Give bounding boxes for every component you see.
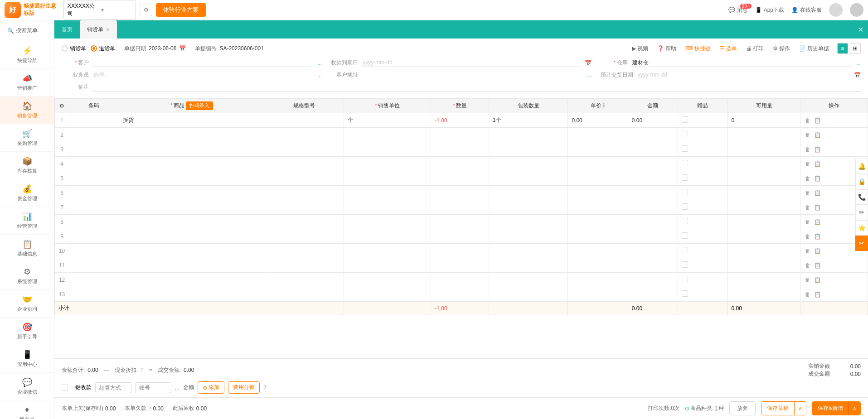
- cell-quantity[interactable]: [431, 171, 489, 186]
- cell-pack-qty[interactable]: [489, 171, 568, 186]
- cell-quantity[interactable]: [431, 142, 489, 157]
- user-avatar[interactable]: [829, 3, 843, 17]
- cell-spec[interactable]: [265, 287, 344, 302]
- sidebar-item-quick-nav[interactable]: ⚡ 快捷导航: [0, 41, 54, 69]
- cell-pack-qty[interactable]: [489, 273, 568, 287]
- sidebar-item-vip[interactable]: ♦ 畅会员: [0, 400, 54, 419]
- float-btn-6[interactable]: ✂: [855, 236, 868, 251]
- expense-question-icon[interactable]: ?: [263, 385, 267, 391]
- cell-unit[interactable]: [344, 186, 431, 200]
- sidebar-item-purchase[interactable]: 🛒 采购管理: [0, 124, 54, 152]
- cell-quantity[interactable]: [431, 244, 489, 258]
- cell-spec[interactable]: [265, 200, 344, 215]
- cell-product[interactable]: 拆货: [119, 113, 265, 128]
- cell-unit-price[interactable]: [568, 258, 628, 273]
- copy-row-icon[interactable]: 📋: [814, 277, 821, 283]
- help-btn[interactable]: ❓ 帮助: [655, 43, 679, 54]
- app-download-btn[interactable]: 📱 App下载: [755, 6, 784, 14]
- delete-row-icon[interactable]: 🗑: [805, 175, 810, 182]
- cell-pack-qty[interactable]: [489, 244, 568, 258]
- cell-gift[interactable]: [678, 215, 727, 229]
- save-new-arrow-btn[interactable]: ∧: [849, 402, 860, 415]
- cell-amount[interactable]: [628, 157, 678, 171]
- customer-addr-dots-btn[interactable]: ...: [587, 72, 592, 78]
- cell-spec[interactable]: [265, 171, 344, 186]
- copy-row-icon[interactable]: 📋: [814, 117, 821, 124]
- cell-quantity[interactable]: [431, 287, 489, 302]
- video-btn[interactable]: ▶ 视频: [629, 43, 651, 54]
- delete-row-icon[interactable]: 🗑: [805, 219, 810, 225]
- settings-gear-btn[interactable]: ⚙: [140, 4, 152, 16]
- copy-row-icon[interactable]: 📋: [814, 190, 821, 196]
- float-btn-3[interactable]: 📞: [855, 189, 868, 205]
- salesperson-dots-btn[interactable]: ...: [317, 72, 322, 78]
- save-new-btn[interactable]: 保存&新增: [812, 402, 849, 415]
- cell-barcode[interactable]: [69, 171, 119, 186]
- cell-unit[interactable]: [344, 273, 431, 287]
- copy-row-icon[interactable]: 📋: [814, 233, 821, 240]
- choose-btn[interactable]: ☰ 选单: [717, 43, 740, 54]
- calendar-icon[interactable]: 📅: [179, 45, 186, 52]
- cell-pack-qty[interactable]: 1个: [489, 113, 568, 128]
- cell-barcode[interactable]: [69, 229, 119, 244]
- one-click-payment-checkbox[interactable]: 一键收款: [62, 384, 92, 391]
- add-payment-btn[interactable]: ⊕ 添加: [198, 381, 224, 394]
- scan-barcode-btn[interactable]: 扫码录入: [186, 101, 213, 110]
- cell-quantity[interactable]: [431, 157, 489, 171]
- cell-gift[interactable]: [678, 157, 727, 171]
- user-avatar-2[interactable]: [850, 3, 863, 17]
- cell-barcode[interactable]: [69, 287, 119, 302]
- cell-amount[interactable]: [628, 273, 678, 287]
- remark-input[interactable]: [92, 83, 861, 92]
- cell-barcode[interactable]: [69, 113, 119, 128]
- sidebar-item-system[interactable]: ⚙ 系统管理: [0, 262, 54, 290]
- cell-spec[interactable]: [265, 157, 344, 171]
- copy-row-icon[interactable]: 📋: [814, 262, 821, 269]
- float-btn-1[interactable]: 🔔: [855, 159, 868, 174]
- operation-btn[interactable]: ⚙ 操作: [770, 43, 793, 54]
- delete-row-icon[interactable]: 🗑: [805, 132, 810, 138]
- float-btn-4[interactable]: ✏: [855, 205, 868, 220]
- cell-barcode[interactable]: [69, 215, 119, 229]
- cell-unit-price[interactable]: [568, 142, 628, 157]
- cell-unit-price[interactable]: [568, 229, 628, 244]
- cell-amount[interactable]: [628, 229, 678, 244]
- warehouse-input[interactable]: [630, 58, 852, 67]
- cell-quantity[interactable]: [431, 200, 489, 215]
- delete-row-icon[interactable]: 🗑: [805, 291, 810, 298]
- copy-row-icon[interactable]: 📋: [814, 161, 821, 167]
- cell-unit-price[interactable]: [568, 186, 628, 200]
- cell-quantity[interactable]: [431, 273, 489, 287]
- cell-pack-qty[interactable]: [489, 229, 568, 244]
- cell-unit[interactable]: [344, 244, 431, 258]
- delete-row-icon[interactable]: 🗑: [805, 204, 810, 211]
- sidebar-item-sales[interactable]: 🏠 销售管理: [0, 96, 54, 124]
- delete-row-icon[interactable]: 🗑: [805, 190, 810, 196]
- cell-unit[interactable]: [344, 171, 431, 186]
- cell-barcode[interactable]: [69, 244, 119, 258]
- cell-quantity[interactable]: [431, 215, 489, 229]
- cell-unit[interactable]: [344, 200, 431, 215]
- account-input[interactable]: [135, 382, 171, 393]
- cell-product[interactable]: [119, 142, 265, 157]
- cell-quantity[interactable]: [431, 186, 489, 200]
- warehouse-dots-btn[interactable]: ...: [856, 60, 861, 66]
- delivery-calendar-icon[interactable]: 📅: [854, 72, 861, 78]
- trial-industry-btn[interactable]: 体验行业方案: [156, 3, 206, 17]
- cell-quantity[interactable]: [431, 128, 489, 142]
- sidebar-item-finance[interactable]: 💰 资金管理: [0, 179, 54, 207]
- cell-product[interactable]: [119, 186, 265, 200]
- delete-row-icon[interactable]: 🗑: [805, 277, 810, 283]
- save-draft-btn[interactable]: 保存草稿: [761, 402, 795, 415]
- copy-row-icon[interactable]: 📋: [814, 219, 821, 225]
- tab-close-icon[interactable]: ✕: [106, 27, 110, 32]
- copy-row-icon[interactable]: 📋: [814, 248, 821, 254]
- copy-row-icon[interactable]: 📋: [814, 175, 821, 182]
- cell-gift[interactable]: [678, 142, 727, 157]
- cell-amount[interactable]: [628, 287, 678, 302]
- cell-pack-qty[interactable]: [489, 142, 568, 157]
- cell-barcode[interactable]: [69, 186, 119, 200]
- cell-pack-qty[interactable]: [489, 186, 568, 200]
- cell-pack-qty[interactable]: [489, 258, 568, 273]
- notification-btn[interactable]: 💬 消息 99+: [728, 6, 748, 14]
